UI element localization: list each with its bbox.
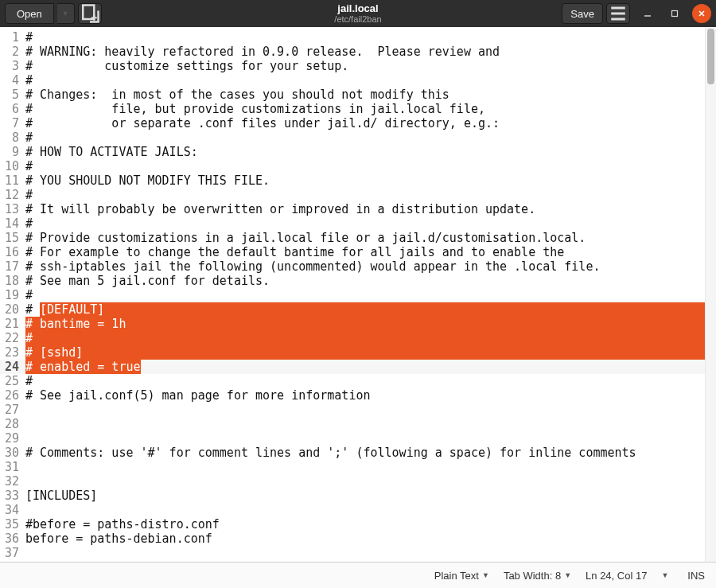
line-number: 30: [0, 446, 22, 460]
scrollbar-thumb[interactable]: [707, 29, 714, 84]
line-number: 23: [0, 345, 22, 360]
insert-mode-label: INS: [687, 570, 705, 582]
line-number: 7: [0, 116, 22, 130]
line-number: 4: [0, 73, 22, 88]
line-number: 14: [0, 216, 22, 231]
code-line[interactable]: [22, 546, 705, 560]
code-line[interactable]: # See man 5 jail.conf for details.: [22, 274, 705, 288]
hamburger-menu-button[interactable]: [606, 3, 630, 24]
line-number: 27: [0, 403, 22, 417]
code-line[interactable]: #: [22, 159, 705, 173]
code-line[interactable]: #: [22, 73, 705, 88]
code-line[interactable]: # customize settings for your setup.: [22, 59, 705, 73]
svg-rect-1: [672, 11, 678, 17]
open-recent-dropdown[interactable]: ▼: [57, 3, 75, 24]
line-number: 31: [0, 460, 22, 474]
line-number: 26: [0, 388, 22, 403]
code-line[interactable]: #before = paths-distro.conf: [22, 517, 705, 532]
code-line[interactable]: # file, but provide customizations in ja…: [22, 102, 705, 116]
new-tab-button[interactable]: [78, 3, 102, 24]
code-line[interactable]: [22, 403, 705, 417]
line-number: 28: [0, 417, 22, 431]
line-number: 35: [0, 517, 22, 532]
minimize-button[interactable]: [638, 4, 657, 23]
line-number: 11: [0, 173, 22, 188]
code-line[interactable]: # WARNING: heavily refactored in 0.9.0 r…: [22, 45, 705, 59]
code-line[interactable]: # Comments: use '#' for comment lines an…: [22, 446, 705, 460]
code-line[interactable]: # [sshd]: [22, 345, 705, 360]
code-line[interactable]: #: [22, 331, 705, 345]
open-button[interactable]: Open: [5, 3, 54, 24]
code-line[interactable]: [22, 503, 705, 517]
vertical-scrollbar[interactable]: [705, 27, 716, 562]
code-line[interactable]: # HOW TO ACTIVATE JAILS:: [22, 145, 705, 159]
line-number: 25: [0, 374, 22, 388]
insert-mode-indicator[interactable]: INS: [687, 570, 705, 582]
code-line[interactable]: before = paths-debian.conf: [22, 532, 705, 546]
code-line[interactable]: # For example to change the default bant…: [22, 245, 705, 259]
close-button[interactable]: [692, 4, 711, 23]
line-number: 19: [0, 288, 22, 302]
line-number: 1: [0, 30, 22, 45]
line-number: 15: [0, 231, 22, 245]
line-number: 8: [0, 130, 22, 145]
line-number: 3: [0, 59, 22, 73]
line-number: 34: [0, 503, 22, 517]
line-number: 6: [0, 102, 22, 116]
line-number: 5: [0, 88, 22, 102]
code-line[interactable]: # [DEFAULT]: [22, 302, 705, 317]
save-button[interactable]: Save: [562, 3, 603, 24]
line-number: 22: [0, 331, 22, 345]
code-line[interactable]: #: [22, 216, 705, 231]
line-number: 18: [0, 274, 22, 288]
code-line[interactable]: [22, 431, 705, 446]
line-number: 10: [0, 159, 22, 173]
line-number: 21: [0, 317, 22, 331]
code-line[interactable]: [INCLUDES]: [22, 489, 705, 503]
code-line[interactable]: #: [22, 130, 705, 145]
line-number: 20: [0, 302, 22, 317]
statusbar: Plain Text▼ Tab Width: 8▼ Ln 24, Col 17 …: [0, 562, 716, 588]
line-number: 16: [0, 245, 22, 259]
code-line[interactable]: #: [22, 30, 705, 45]
maximize-button[interactable]: [665, 4, 684, 23]
line-number: 33: [0, 489, 22, 503]
code-line[interactable]: # It will probably be overwritten or imp…: [22, 202, 705, 216]
line-number: 12: [0, 188, 22, 202]
syntax-mode-selector[interactable]: Plain Text▼: [434, 570, 489, 582]
syntax-mode-label: Plain Text: [434, 570, 479, 582]
line-number: 29: [0, 431, 22, 446]
line-number: 9: [0, 145, 22, 159]
line-number: 36: [0, 532, 22, 546]
code-line[interactable]: [22, 460, 705, 474]
cursor-position-label: Ln 24, Col 17: [586, 570, 647, 582]
line-number: 24: [0, 360, 22, 374]
editor-area[interactable]: 1234567891011121314151617181920212223242…: [0, 27, 716, 562]
line-number: 17: [0, 259, 22, 274]
line-number: 2: [0, 45, 22, 59]
tab-width-label: Tab Width: 8: [504, 570, 561, 582]
tab-width-selector[interactable]: Tab Width: 8▼: [504, 570, 571, 582]
code-line[interactable]: #: [22, 288, 705, 302]
code-line[interactable]: # YOU SHOULD NOT MODIFY THIS FILE.: [22, 173, 705, 188]
code-line[interactable]: #: [22, 188, 705, 202]
line-number: 32: [0, 474, 22, 489]
code-line[interactable]: #: [22, 374, 705, 388]
code-line[interactable]: # Changes: in most of the cases you shou…: [22, 88, 705, 102]
code-line[interactable]: # or separate .conf files under jail.d/ …: [22, 116, 705, 130]
line-number: 13: [0, 202, 22, 216]
code-line[interactable]: # bantime = 1h: [22, 317, 705, 331]
line-number: 37: [0, 546, 22, 560]
code-line[interactable]: # enabled = true: [22, 360, 705, 374]
cursor-position-indicator[interactable]: Ln 24, Col 17 ▼: [586, 570, 668, 582]
code-content[interactable]: ## WARNING: heavily refactored in 0.9.0 …: [22, 27, 705, 562]
line-number-gutter: 1234567891011121314151617181920212223242…: [0, 27, 22, 562]
code-line[interactable]: # See jail.conf(5) man page for more inf…: [22, 388, 705, 403]
code-line[interactable]: [22, 474, 705, 489]
code-line[interactable]: [22, 417, 705, 431]
code-line[interactable]: # ssh-iptables jail the following (uncom…: [22, 259, 705, 274]
code-line[interactable]: # Provide customizations in a jail.local…: [22, 231, 705, 245]
titlebar: Open ▼ jail.local /etc/fail2ban Save: [0, 0, 716, 27]
